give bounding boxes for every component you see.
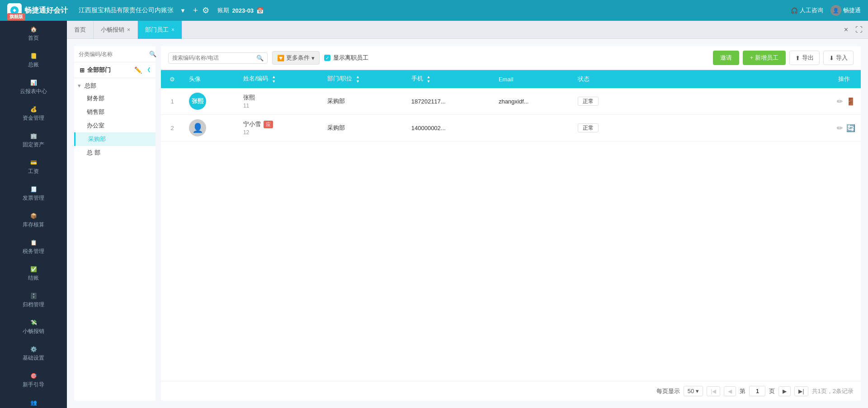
dept-child-purchasing[interactable]: 采购部 bbox=[74, 132, 156, 146]
expense-icon: 💸 bbox=[30, 319, 37, 326]
calendar-icon[interactable]: 📅 bbox=[256, 7, 264, 14]
tab-expense-close-icon[interactable]: × bbox=[127, 27, 130, 33]
social-icon: 👥 bbox=[30, 399, 37, 406]
prev-page-button[interactable]: ◀ bbox=[724, 386, 736, 396]
page-number-input[interactable] bbox=[749, 386, 765, 396]
tab-bar-actions: × ⛶ bbox=[842, 24, 868, 36]
sidebar-item-expense[interactable]: 💸 小畅报销 bbox=[0, 314, 67, 341]
dept-child-office[interactable]: 办公室 bbox=[74, 119, 156, 132]
avatar-cell-2: 👤 bbox=[184, 115, 238, 141]
name-cell-1: 张熙 11 bbox=[238, 88, 322, 115]
tab-employees[interactable]: 部门员工 × bbox=[138, 21, 182, 39]
import-icon: ⬇ bbox=[829, 55, 834, 61]
ledger-icon: 📒 bbox=[30, 53, 37, 59]
show-resigned-toggle[interactable]: ✓ 显示离职员工 bbox=[324, 54, 368, 62]
inventory-icon: 📦 bbox=[30, 213, 37, 219]
dept-child-sales[interactable]: 销售部 bbox=[74, 105, 156, 119]
col-dept[interactable]: 部门/职位 ▲▼ bbox=[322, 70, 406, 88]
col-settings-icon[interactable]: ⚙ bbox=[170, 76, 175, 83]
row-index-2: 2 bbox=[161, 115, 184, 141]
edit-icon-2[interactable]: ✏ bbox=[837, 124, 843, 132]
funds-icon: 💰 bbox=[30, 106, 37, 113]
import-button[interactable]: ⬇ 导入 bbox=[823, 51, 854, 65]
user-menu[interactable]: 👤 畅捷通 bbox=[830, 5, 861, 16]
settings-icon[interactable]: ⚙ bbox=[202, 5, 209, 15]
dept-search-input[interactable] bbox=[79, 51, 146, 57]
sidebar-item-settings[interactable]: ⚙️ 基础设置 bbox=[0, 341, 67, 367]
edit-icon-1[interactable]: ✏ bbox=[837, 97, 843, 106]
search-icon[interactable]: 🔍 bbox=[256, 55, 264, 61]
settings-nav-icon: ⚙️ bbox=[30, 346, 37, 352]
sidebar-item-salary[interactable]: 💳 工资 bbox=[0, 154, 67, 181]
tab-expand-btn[interactable]: ⛶ bbox=[854, 24, 864, 36]
dept-tree: ▾ 总部 财务部 销售部 办公室 采购部 bbox=[74, 78, 156, 401]
tab-bar: 首页 小畅报销 × 部门员工 × × ⛶ bbox=[67, 21, 868, 39]
first-page-button[interactable]: |◀ bbox=[707, 386, 720, 396]
sidebar-item-assets[interactable]: 🏢 固定资产 bbox=[0, 127, 67, 154]
col-email: Email bbox=[493, 70, 572, 88]
add-employee-button[interactable]: + 新增员工 bbox=[743, 51, 786, 65]
tab-expense[interactable]: 小畅报销 × bbox=[94, 21, 138, 39]
table-row: 2 👤 宁小雪 bbox=[161, 115, 861, 141]
sidebar-item-funds[interactable]: 💰 资金管理 bbox=[0, 101, 67, 127]
dept-parent-hq[interactable]: ▾ 总部 bbox=[74, 80, 156, 92]
assets-icon: 🏢 bbox=[30, 133, 37, 139]
company-dropdown-icon[interactable]: ▼ bbox=[180, 7, 186, 14]
tab-home[interactable]: 首页 bbox=[67, 21, 94, 39]
col-name[interactable]: 姓名/编码 ▲▼ bbox=[238, 70, 322, 88]
pagination-bar: 每页显示 50 ▾ |◀ ◀ 第 页 ▶ ▶| 共1页，2条记录 bbox=[161, 381, 861, 401]
service-button[interactable]: 🎧 人工咨询 bbox=[791, 6, 823, 14]
dept-collapse-icon[interactable]: 《 bbox=[145, 66, 150, 74]
select-arrow-icon: ▾ bbox=[696, 388, 699, 394]
employee-code-2: 12 bbox=[243, 129, 316, 136]
name-cell-2: 宁小雪 应 12 bbox=[238, 115, 322, 141]
dept-child-hq2[interactable]: 总 部 bbox=[74, 146, 156, 159]
dept-sort-icon: ▲▼ bbox=[356, 75, 360, 84]
sidebar-item-inventory[interactable]: 📦 库存核算 bbox=[0, 207, 67, 234]
closing-icon: ✅ bbox=[30, 266, 37, 272]
employee-table-container: ⚙ 头像 姓名/编码 ▲▼ 部门/职位 ▲▼ bbox=[161, 70, 861, 381]
avatar-cell-1: 张熙 bbox=[184, 88, 238, 115]
sidebar-item-social[interactable]: 👥 社会 bbox=[0, 394, 67, 408]
guide-icon: 🎯 bbox=[30, 373, 37, 379]
employee-name-1: 张熙 bbox=[243, 94, 316, 102]
avatar-1: 张熙 bbox=[189, 93, 206, 110]
more-filters-button[interactable]: 🔽 更多条件 ▾ bbox=[272, 51, 320, 65]
all-departments[interactable]: ⊞ 全部部门 ✏️ 《 bbox=[74, 62, 156, 78]
export-button[interactable]: ⬆ 导出 bbox=[789, 51, 820, 65]
sidebar-item-invoice[interactable]: 🧾 发票管理 bbox=[0, 181, 67, 207]
sidebar-item-reports[interactable]: 📊 云报表中心 bbox=[0, 74, 67, 101]
col-phone[interactable]: 手机 ▲▼ bbox=[406, 70, 493, 88]
sidebar-item-archive[interactable]: 🗄️ 归档管理 bbox=[0, 287, 67, 314]
refresh-icon-2[interactable]: 🔄 bbox=[846, 124, 855, 132]
next-page-button[interactable]: ▶ bbox=[778, 386, 791, 396]
per-page-label: 每页显示 bbox=[656, 387, 680, 395]
sidebar-item-tax[interactable]: 📋 税务管理 bbox=[0, 234, 67, 261]
home-icon: 🏠 bbox=[30, 26, 37, 33]
sidebar-item-closing[interactable]: ✅ 结账 bbox=[0, 261, 67, 287]
tab-close-btn[interactable]: × bbox=[842, 24, 850, 36]
phone-sort-icon: ▲▼ bbox=[426, 75, 430, 84]
dept-child-finance[interactable]: 财务部 bbox=[74, 92, 156, 105]
employee-search-input[interactable] bbox=[172, 55, 254, 61]
chevron-down-icon: ▾ bbox=[311, 55, 315, 61]
last-page-button[interactable]: ▶| bbox=[794, 386, 808, 396]
dept-search-icon[interactable]: 🔍 bbox=[149, 51, 156, 57]
status-badge-2: 正常 bbox=[578, 123, 599, 132]
employee-toolbar: 🔍 🔽 更多条件 ▾ ✓ 显示离职员工 邀请 + 新增员工 bbox=[161, 46, 861, 70]
dept-edit-icon[interactable]: ✏️ bbox=[134, 66, 142, 74]
sidebar-item-guide[interactable]: 🎯 新手引导 bbox=[0, 367, 67, 394]
logout-icon-1[interactable]: 🚪 bbox=[846, 97, 855, 106]
name-sort-icon: ▲▼ bbox=[272, 75, 276, 84]
reports-icon: 📊 bbox=[30, 80, 37, 86]
add-company-icon[interactable]: + bbox=[193, 6, 198, 15]
tab-employees-close-icon[interactable]: × bbox=[171, 27, 175, 33]
actions-cell-2: ✏ 🔄 bbox=[730, 115, 861, 141]
avatar-icon: 👤 bbox=[830, 5, 841, 16]
sidebar-item-home[interactable]: 🏠 首页 bbox=[0, 21, 67, 47]
invite-button[interactable]: 邀请 bbox=[713, 51, 739, 65]
sidebar-item-ledger[interactable]: 📒 总账 bbox=[0, 47, 67, 74]
grid-icon: ⊞ bbox=[80, 67, 85, 74]
employee-table: ⚙ 头像 姓名/编码 ▲▼ 部门/职位 ▲▼ bbox=[161, 70, 861, 141]
per-page-select[interactable]: 50 ▾ bbox=[684, 386, 703, 396]
